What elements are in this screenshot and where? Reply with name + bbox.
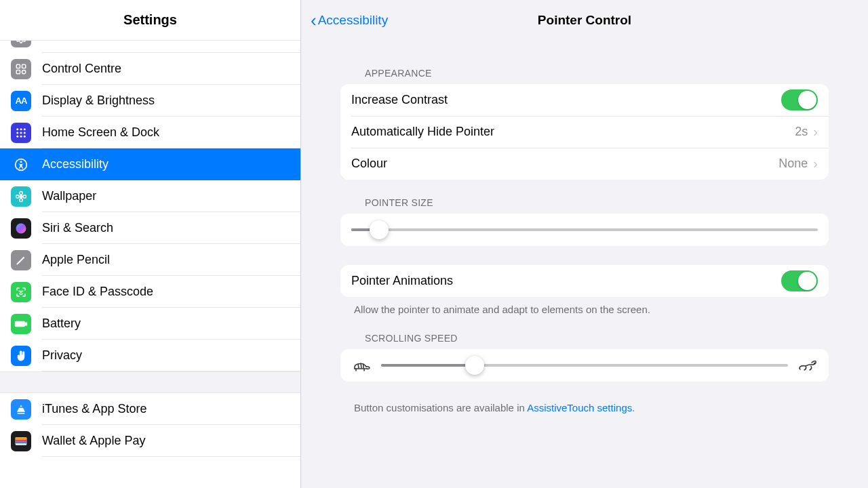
svg-point-30 (814, 363, 815, 364)
sidebar-item-label: Home Screen & Dock (42, 125, 159, 140)
chevron-right-icon: › (813, 156, 818, 171)
sidebar-item-control-centre[interactable]: Control Centre (0, 53, 300, 85)
svg-point-11 (16, 135, 18, 137)
slider-pointer-size[interactable] (351, 228, 818, 231)
footer-text-prefix: Button customisations are available in (354, 402, 527, 413)
chevron-left-icon: ‹ (311, 12, 317, 29)
svg-point-15 (20, 161, 22, 163)
group-pointer-animations: Pointer Animations (340, 265, 829, 297)
svg-point-23 (22, 291, 23, 291)
wallet-icon (11, 431, 31, 451)
row-label: Pointer Animations (351, 274, 781, 288)
detail-header: ‹ Accessibility Pointer Control (301, 0, 868, 41)
sidebar-item-label: Wallpaper (42, 189, 96, 203)
section-header-pointer-size: POINTER SIZE (340, 180, 829, 214)
svg-point-19 (16, 195, 20, 198)
row-increase-contrast[interactable]: Increase Contrast (340, 84, 829, 116)
sidebar-item-label: Battery (42, 317, 81, 331)
sidebar-item-label: Siri & Search (42, 221, 113, 235)
slider-scrolling-speed[interactable] (381, 364, 788, 367)
sidebar-group-divider (0, 371, 300, 393)
group-pointer-size (340, 214, 829, 246)
sidebar-item-label: Accessibility (42, 157, 108, 171)
sidebar-list[interactable]: General Control CentreAADisplay & Bright… (0, 41, 300, 488)
hand-icon (11, 346, 31, 366)
svg-rect-27 (16, 437, 27, 439)
sidebar-item-home-screen-dock[interactable]: Home Screen & Dock (0, 117, 300, 148)
svg-rect-28 (16, 439, 27, 441)
footer-text-suffix: . (632, 402, 635, 413)
row-label: Automatically Hide Pointer (351, 125, 795, 139)
detail-pane: ‹ Accessibility Pointer Control APPEARAN… (301, 0, 868, 488)
sidebar-item-label: Display & Brightness (42, 94, 155, 108)
sidebar-item-privacy[interactable]: Privacy (0, 340, 300, 371)
footer-note-animations: Allow the pointer to animate and adapt t… (340, 304, 829, 315)
sidebar-item-label: Apple Pencil (42, 253, 110, 267)
page-title: Pointer Control (538, 13, 631, 28)
svg-point-20 (23, 195, 26, 198)
footer-link-row: Button customisations are available in A… (340, 402, 829, 413)
svg-point-6 (20, 128, 22, 130)
back-button[interactable]: ‹ Accessibility (311, 12, 388, 29)
siri-icon (11, 218, 31, 239)
sidebar-item-accessibility[interactable]: Accessibility (0, 148, 300, 180)
faceid-icon (11, 282, 31, 302)
row-auto-hide-pointer[interactable]: Automatically Hide Pointer 2s › (340, 116, 829, 148)
sidebar-item-itunes-app-store[interactable]: iTunes & App Store (0, 393, 300, 425)
battery-icon (11, 314, 31, 334)
tortoise-icon (351, 359, 372, 372)
settings-sidebar: Settings General Control CentreAADisplay… (0, 0, 301, 488)
svg-point-22 (19, 291, 20, 291)
toggle-increase-contrast[interactable] (781, 89, 818, 110)
section-header-scrolling: SCROLLING SPEED (340, 315, 829, 349)
sidebar-title: Settings (0, 0, 300, 41)
sidebar-item-siri-search[interactable]: Siri & Search (0, 212, 300, 244)
gear-icon (11, 41, 31, 47)
svg-rect-2 (22, 64, 26, 68)
svg-point-21 (16, 223, 26, 233)
sidebar-item-battery[interactable]: Battery (0, 308, 300, 340)
sidebar-item-label: Face ID & Passcode (42, 285, 153, 299)
grid-icon (11, 123, 31, 143)
sidebar-item-wallet-apple-pay[interactable]: Wallet & Apple Pay (0, 425, 300, 457)
svg-point-8 (16, 131, 18, 134)
svg-point-18 (20, 199, 23, 202)
section-header-appearance: APPEARANCE (340, 41, 829, 84)
sidebar-item-general[interactable]: General (0, 41, 300, 53)
accessibility-icon (11, 155, 31, 175)
sidebar-item-label: Control Centre (42, 62, 121, 76)
svg-point-12 (20, 135, 22, 137)
svg-point-10 (24, 131, 26, 134)
row-label: Increase Contrast (351, 93, 781, 107)
chevron-right-icon: › (813, 124, 818, 140)
sidebar-item-face-id-passcode[interactable]: Face ID & Passcode (0, 276, 300, 308)
sidebar-item-display-brightness[interactable]: AADisplay & Brightness (0, 85, 300, 117)
svg-point-9 (20, 131, 22, 134)
svg-rect-1 (16, 64, 20, 68)
pencil-icon (11, 250, 31, 270)
toggle-pointer-animations[interactable] (781, 270, 818, 291)
svg-rect-3 (16, 70, 20, 73)
hare-icon (797, 359, 818, 372)
row-value: None (778, 157, 808, 171)
svg-rect-29 (16, 441, 27, 443)
svg-point-17 (20, 191, 23, 195)
assistivetouch-settings-link[interactable]: AssistiveTouch settings (527, 402, 632, 413)
sidebar-item-label: General (42, 41, 85, 43)
sidebar-item-label: Privacy (42, 348, 82, 363)
sidebar-item-wallpaper[interactable]: Wallpaper (0, 180, 300, 212)
slider-scrolling-row (340, 349, 829, 382)
appstore-icon (11, 399, 31, 420)
back-label: Accessibility (318, 13, 388, 28)
svg-rect-24 (15, 321, 25, 326)
flower-icon (11, 186, 31, 207)
sidebar-item-apple-pencil[interactable]: Apple Pencil (0, 244, 300, 276)
row-pointer-animations[interactable]: Pointer Animations (340, 265, 829, 297)
group-scrolling-speed (340, 349, 829, 382)
row-colour[interactable]: Colour None › (340, 148, 829, 180)
row-value: 2s (795, 125, 808, 139)
sidebar-item-label: iTunes & App Store (42, 402, 146, 416)
slider-pointer-size-row (340, 214, 829, 246)
svg-point-16 (20, 195, 22, 198)
row-label: Colour (351, 157, 778, 171)
